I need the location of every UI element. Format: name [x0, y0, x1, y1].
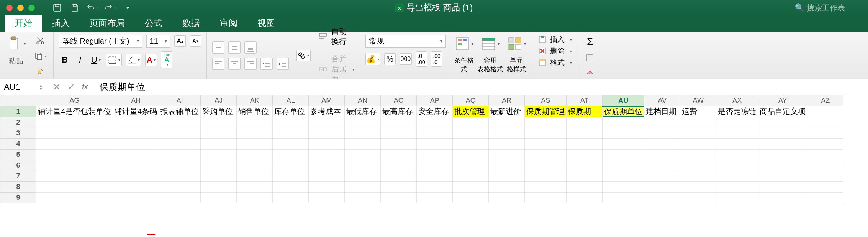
cell-AM2[interactable] — [309, 117, 345, 128]
cell-AK9[interactable] — [237, 192, 273, 203]
cell-AX1[interactable]: 是否走冻链 — [716, 106, 758, 117]
border-button[interactable]: ▾ — [106, 54, 122, 66]
cell-AO4[interactable] — [381, 138, 417, 149]
bold-button[interactable]: B — [59, 53, 70, 66]
align-middle-button[interactable] — [228, 41, 241, 54]
tab-data[interactable]: 数据 — [172, 14, 210, 32]
clear-button[interactable] — [584, 66, 596, 79]
col-header-AH[interactable]: AH — [113, 95, 159, 106]
decrease-decimal-button[interactable]: .00.0 — [431, 51, 442, 67]
increase-decimal-button[interactable]: .0.00 — [416, 51, 427, 67]
format-painter-button[interactable] — [33, 65, 48, 77]
col-header-AK[interactable]: AK — [237, 95, 273, 106]
cell-AJ7[interactable] — [201, 171, 237, 181]
cell-AG3[interactable] — [36, 128, 113, 138]
fill-button[interactable] — [584, 52, 596, 64]
cell-AJ9[interactable] — [201, 192, 237, 203]
col-header-AP[interactable]: AP — [417, 95, 453, 106]
paste-button[interactable]: ▾ — [5, 35, 27, 53]
cell-AT8[interactable] — [567, 181, 603, 192]
col-header-AN[interactable]: AN — [345, 95, 381, 106]
cell-AV6[interactable] — [644, 160, 680, 171]
cell-AM1[interactable]: 参考成本 — [309, 106, 345, 117]
cell-AU5[interactable] — [603, 149, 644, 160]
tab-home[interactable]: 开始 — [5, 14, 42, 32]
formula-input[interactable] — [95, 79, 868, 95]
cell-AY1[interactable]: 商品自定义项 — [758, 106, 807, 117]
increase-font-button[interactable]: A▴ — [174, 35, 186, 47]
cell-AV8[interactable] — [644, 181, 680, 192]
col-header-AM[interactable]: AM — [309, 95, 345, 106]
cell-AG6[interactable] — [36, 160, 113, 171]
col-header-AO[interactable]: AO — [381, 95, 417, 106]
cell-AL6[interactable] — [273, 160, 309, 171]
cell-AO3[interactable] — [381, 128, 417, 138]
copy-button[interactable]: ▾ — [33, 50, 48, 62]
cell-AR9[interactable] — [489, 192, 525, 203]
cell-style-button[interactable]: ▾ — [506, 35, 527, 53]
cell-AP3[interactable] — [417, 128, 453, 138]
cell-AV1[interactable]: 建档日期 — [644, 106, 680, 117]
cell-AG4[interactable] — [36, 138, 113, 149]
cell-AN7[interactable] — [345, 171, 381, 181]
cell-AS8[interactable] — [525, 181, 567, 192]
cell-AK5[interactable] — [237, 149, 273, 160]
cell-AP4[interactable] — [417, 138, 453, 149]
cell-AN5[interactable] — [345, 149, 381, 160]
cell-AY6[interactable] — [758, 160, 807, 171]
cell-AL4[interactable] — [273, 138, 309, 149]
cell-AL7[interactable] — [273, 171, 309, 181]
cell-AZ4[interactable] — [807, 138, 843, 149]
col-header-AQ[interactable]: AQ — [453, 95, 489, 106]
close-window-button[interactable] — [6, 5, 13, 11]
cell-AN4[interactable] — [345, 138, 381, 149]
col-header-AY[interactable]: AY — [758, 95, 807, 106]
tab-view[interactable]: 视图 — [247, 14, 285, 32]
cell-AG9[interactable] — [36, 192, 113, 203]
cell-AN3[interactable] — [345, 128, 381, 138]
col-header-AT[interactable]: AT — [567, 95, 603, 106]
cell-AO6[interactable] — [381, 160, 417, 171]
col-header-AW[interactable]: AW — [680, 95, 716, 106]
cell-AP8[interactable] — [417, 181, 453, 192]
cell-AK6[interactable] — [237, 160, 273, 171]
decrease-font-button[interactable]: A▾ — [190, 35, 201, 47]
table-format-button[interactable]: ▾ — [479, 35, 501, 53]
cell-AU7[interactable] — [603, 171, 644, 181]
format-cells-button[interactable]: 格式▾ — [539, 58, 572, 67]
delete-cells-button[interactable]: 删除▾ — [539, 46, 572, 56]
font-size-combo[interactable]: 11▾ — [146, 35, 170, 48]
col-header-AR[interactable]: AR — [489, 95, 525, 106]
orientation-button[interactable]: ab▾ — [296, 50, 311, 61]
cell-AV4[interactable] — [644, 138, 680, 149]
cell-AT9[interactable] — [567, 192, 603, 203]
col-header-AL[interactable]: AL — [273, 95, 309, 106]
cell-AI5[interactable] — [159, 149, 201, 160]
cell-AK3[interactable] — [237, 128, 273, 138]
cell-AT1[interactable]: 保质期 — [567, 106, 603, 117]
comma-button[interactable]: 000 — [400, 53, 412, 65]
cell-AN1[interactable]: 最低库存 — [345, 106, 381, 117]
cell-AS1[interactable]: 保质期管理 — [525, 106, 567, 117]
cell-AY8[interactable] — [758, 181, 807, 192]
undo-icon[interactable]: ▾ — [88, 3, 97, 12]
wrap-text-button[interactable]: 自动换行 — [318, 26, 354, 47]
cell-AR8[interactable] — [489, 181, 525, 192]
cell-AG5[interactable] — [36, 149, 113, 160]
col-header-AX[interactable]: AX — [716, 95, 758, 106]
cell-AQ7[interactable] — [453, 171, 489, 181]
cell-AZ8[interactable] — [807, 181, 843, 192]
col-header-AV[interactable]: AV — [644, 95, 680, 106]
enter-formula-button[interactable]: ✓ — [67, 82, 75, 92]
row-header-5[interactable]: 5 — [0, 149, 36, 160]
cell-AM7[interactable] — [309, 171, 345, 181]
cell-AW3[interactable] — [680, 128, 716, 138]
cell-AN9[interactable] — [345, 192, 381, 203]
minimize-window-button[interactable] — [17, 5, 24, 11]
col-header-AZ[interactable]: AZ — [807, 95, 843, 106]
cell-AP7[interactable] — [417, 171, 453, 181]
cell-AR5[interactable] — [489, 149, 525, 160]
cell-AH1[interactable]: 辅计量4条码 — [113, 106, 159, 117]
cell-AN8[interactable] — [345, 181, 381, 192]
italic-button[interactable]: I — [74, 53, 86, 66]
